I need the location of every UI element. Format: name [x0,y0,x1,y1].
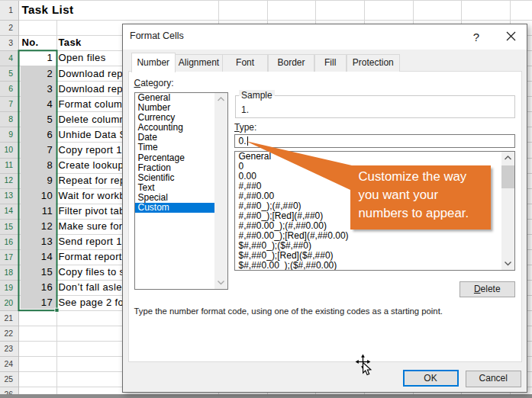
svg-text:24: 24 [4,360,13,368]
svg-text:Open files: Open files [59,52,106,63]
svg-text:13: 13 [41,236,53,247]
svg-text:6: 6 [8,85,13,93]
svg-text:3: 3 [8,39,13,47]
svg-text:7: 7 [47,144,53,156]
svg-text:9: 9 [47,175,53,186]
svg-text:9: 9 [8,130,13,139]
svg-text:18: 18 [4,268,13,277]
svg-text:4: 4 [47,98,53,110]
svg-text:16: 16 [4,238,13,246]
svg-text:6: 6 [47,129,53,140]
svg-text:14: 14 [41,251,53,262]
svg-text:17: 17 [41,297,53,308]
svg-text:14: 14 [4,207,13,215]
svg-text:7: 7 [8,100,13,108]
svg-text:12: 12 [41,220,53,232]
svg-text:15: 15 [41,266,53,278]
svg-text:20: 20 [4,299,13,307]
svg-text:10: 10 [41,190,53,201]
svg-text:21: 21 [4,314,13,323]
svg-text:8: 8 [47,159,53,171]
svg-text:13: 13 [4,191,13,200]
svg-text:11: 11 [42,205,53,217]
svg-text:8: 8 [8,115,13,124]
svg-text:5: 5 [8,69,13,78]
svg-text:22: 22 [4,329,13,338]
svg-text:4: 4 [8,54,13,63]
svg-text:2: 2 [47,68,53,79]
svg-text:17: 17 [4,253,13,262]
svg-text:10: 10 [4,146,13,154]
svg-text:23: 23 [4,345,13,353]
svg-text:Task List: Task List [22,3,74,16]
svg-text:Delete columns: Delete columns [59,114,131,125]
svg-text:2: 2 [8,24,13,32]
svg-text:25: 25 [4,375,13,384]
svg-text:3: 3 [47,83,53,95]
svg-text:1: 1 [47,52,53,63]
svg-text:No.: No. [22,37,39,48]
svg-text:19: 19 [4,284,13,292]
svg-text:16: 16 [41,281,53,293]
svg-text:12: 12 [4,176,13,185]
svg-text:5: 5 [47,114,53,125]
svg-text:1: 1 [8,6,13,14]
svg-text:15: 15 [4,223,13,231]
svg-text:11: 11 [5,161,13,169]
svg-text:Task: Task [59,37,82,48]
